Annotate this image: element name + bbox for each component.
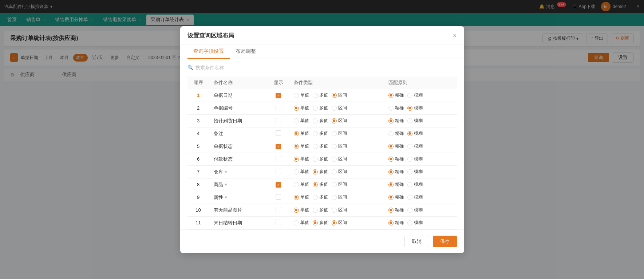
type-radio-item[interactable]: 多值 <box>313 130 328 137</box>
type-radio-item[interactable]: 单值 <box>294 220 309 226</box>
display-checkbox-cell[interactable] <box>268 102 289 114</box>
save-button[interactable]: 保存 <box>433 236 457 247</box>
type-radio-item[interactable]: 多值 <box>313 194 328 200</box>
tab-layout-adjust[interactable]: 布局调整 <box>230 44 262 59</box>
display-checkbox[interactable] <box>276 144 281 149</box>
match-radio-item[interactable]: 精确 <box>388 220 404 226</box>
modal-overlay[interactable]: 设置查询区域布局 × 查询字段设置 布局调整 🔍 顺序 <box>0 0 644 279</box>
display-checkbox[interactable] <box>276 194 281 200</box>
type-radio-item[interactable]: 多值 <box>313 105 328 111</box>
display-checkbox[interactable] <box>276 118 281 123</box>
display-checkbox-cell[interactable] <box>268 165 289 178</box>
display-checkbox[interactable] <box>276 130 281 136</box>
match-radio-item[interactable]: 模糊 <box>407 92 423 98</box>
display-checkbox[interactable] <box>276 182 281 188</box>
tab-query-fields[interactable]: 查询字段设置 <box>187 44 230 59</box>
type-radio-cell: 单值多值区间 <box>289 165 384 178</box>
type-radio-item[interactable]: 区间 <box>332 156 347 162</box>
match-radio-group: 精确模糊 <box>388 118 453 124</box>
display-checkbox-cell[interactable] <box>268 178 289 191</box>
type-radio-item[interactable]: 单值 <box>294 92 309 98</box>
match-radio-item[interactable]: 精确 <box>388 105 404 111</box>
search-input[interactable] <box>195 65 254 70</box>
match-radio-item[interactable]: 精确 <box>388 207 404 213</box>
type-radio-item[interactable]: 单值 <box>294 181 309 188</box>
match-radio-item[interactable]: 模糊 <box>407 105 423 111</box>
radio-label: 区间 <box>338 156 347 162</box>
match-radio-item[interactable]: 精确 <box>388 143 404 149</box>
type-radio-item[interactable]: 区间 <box>332 130 347 137</box>
match-radio-item[interactable]: 精确 <box>388 194 404 200</box>
type-radio-item[interactable]: 多值 <box>313 156 328 162</box>
match-radio-label: 精确 <box>395 156 404 162</box>
match-radio-item[interactable]: 精确 <box>388 130 404 137</box>
match-radio-item[interactable]: 精确 <box>388 92 404 98</box>
display-checkbox[interactable] <box>276 156 281 161</box>
type-radio-item[interactable]: 多值 <box>313 207 328 213</box>
match-radio-item[interactable]: 模糊 <box>407 181 423 188</box>
match-radio-cell: 精确模糊 <box>384 114 457 127</box>
type-radio-item[interactable]: 区间 <box>332 220 347 226</box>
condition-name: 预计到货日期 <box>209 114 268 127</box>
cancel-button[interactable]: 取消 <box>404 236 429 247</box>
type-radio-item[interactable]: 区间 <box>332 143 347 149</box>
th-seq: 顺序 <box>187 76 209 89</box>
dialog-table-container: 顺序 条件名称 显示 条件类型 匹配原则 1单据日期单值多值区间精确模糊2单据编… <box>180 76 464 229</box>
display-checkbox-cell[interactable] <box>268 191 289 204</box>
display-checkbox-cell[interactable] <box>268 89 289 102</box>
type-radio-item[interactable]: 单值 <box>294 130 309 137</box>
type-radio-item[interactable]: 区间 <box>332 105 347 111</box>
type-radio-cell: 单值多值区间 <box>289 127 384 140</box>
display-checkbox-cell[interactable] <box>268 216 289 229</box>
dialog-close-button[interactable]: × <box>453 32 457 39</box>
display-checkbox[interactable] <box>276 105 281 110</box>
type-radio-item[interactable]: 多值 <box>313 118 328 124</box>
display-checkbox[interactable] <box>276 169 281 174</box>
radio-circle <box>332 106 337 111</box>
match-radio-item[interactable]: 精确 <box>388 156 404 162</box>
display-checkbox[interactable] <box>276 220 281 225</box>
display-checkbox-cell[interactable] <box>268 140 289 153</box>
match-radio-circle <box>407 144 412 149</box>
type-radio-item[interactable]: 区间 <box>332 194 347 200</box>
type-radio-item[interactable]: 单值 <box>294 143 309 149</box>
type-radio-item[interactable]: 区间 <box>332 118 347 124</box>
type-radio-item[interactable]: 多值 <box>313 181 328 188</box>
type-radio-item[interactable]: 多值 <box>313 169 328 175</box>
type-radio-item[interactable]: 区间 <box>332 207 347 213</box>
type-radio-item[interactable]: 单值 <box>294 194 309 200</box>
radio-circle <box>332 169 337 174</box>
match-radio-label: 精确 <box>395 207 404 213</box>
match-radio-item[interactable]: 精确 <box>388 118 404 124</box>
match-radio-item[interactable]: 模糊 <box>407 130 423 137</box>
type-radio-item[interactable]: 单值 <box>294 156 309 162</box>
match-radio-item[interactable]: 模糊 <box>407 156 423 162</box>
match-radio-item[interactable]: 模糊 <box>407 169 423 175</box>
match-radio-item[interactable]: 模糊 <box>407 207 423 213</box>
match-radio-item[interactable]: 模糊 <box>407 143 423 149</box>
display-checkbox-cell[interactable] <box>268 204 289 216</box>
type-radio-item[interactable]: 多值 <box>313 92 328 98</box>
display-checkbox-cell[interactable] <box>268 127 289 140</box>
match-radio-item[interactable]: 模糊 <box>407 194 423 200</box>
match-radio-item[interactable]: 精确 <box>388 169 404 175</box>
radio-circle <box>332 182 337 187</box>
display-checkbox[interactable] <box>276 93 281 98</box>
type-radio-item[interactable]: 区间 <box>332 181 347 188</box>
display-checkbox-cell[interactable] <box>268 114 289 127</box>
type-radio-item[interactable]: 单值 <box>294 118 309 124</box>
display-checkbox[interactable] <box>276 207 281 212</box>
match-radio-label: 精确 <box>395 130 404 137</box>
type-radio-item[interactable]: 区间 <box>332 169 347 175</box>
display-checkbox-cell[interactable] <box>268 153 289 165</box>
match-radio-item[interactable]: 模糊 <box>407 118 423 124</box>
type-radio-item[interactable]: 多值 <box>313 143 328 149</box>
type-radio-item[interactable]: 单值 <box>294 105 309 111</box>
type-radio-item[interactable]: 区间 <box>332 92 347 98</box>
type-radio-item[interactable]: 单值 <box>294 207 309 213</box>
type-radio-item[interactable]: 多值 <box>313 220 328 226</box>
match-radio-item[interactable]: 模糊 <box>407 220 423 226</box>
match-radio-group: 精确模糊 <box>388 194 453 200</box>
type-radio-item[interactable]: 单值 <box>294 169 309 175</box>
match-radio-item[interactable]: 精确 <box>388 181 404 188</box>
